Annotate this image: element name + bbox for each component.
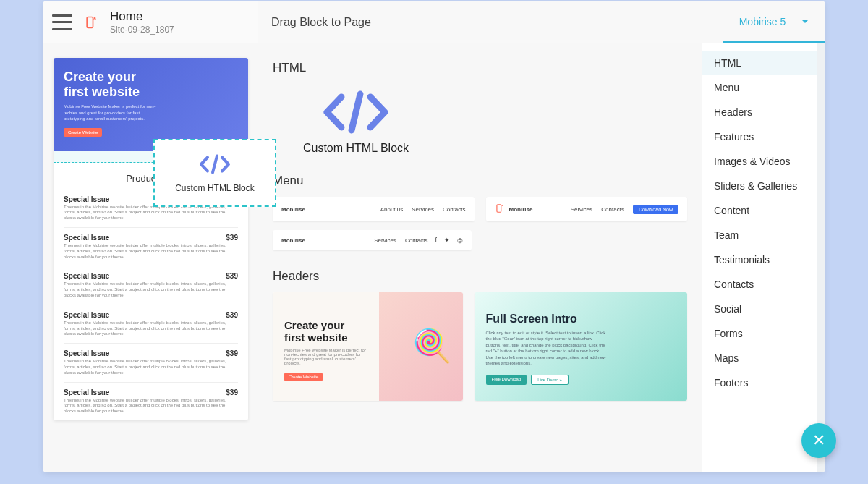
block-label: Custom HTML Block [303,142,409,155]
drag-ghost[interactable]: Custom HTML Block [153,139,276,207]
list-item[interactable]: Special Issue$39Themes in the Mobirise w… [54,266,248,304]
theme-label: Mobirise 5 [739,16,786,27]
instagram-icon: ◎ [457,237,463,244]
category-sliders-galleries[interactable]: Sliders & Galleries [702,174,825,198]
theme-selector[interactable]: Mobirise 5 [723,1,825,43]
preview-pane: Create your first website Mobirise Free … [43,43,258,472]
logo-icon [84,15,98,30]
svg-rect-3 [496,205,501,213]
panel-title: Drag Block to Page [258,1,723,43]
category-team[interactable]: Team [702,223,825,247]
category-menu[interactable]: Menu [702,75,825,100]
category-social[interactable]: Social [702,297,825,321]
close-panel-button[interactable]: ✕ [801,423,836,458]
list-item[interactable]: Special Issue$39Themes in the Mobirise w… [54,344,248,381]
category-forms[interactable]: Forms [702,321,825,346]
menu-block-3[interactable]: Mobirise Services Contacts f ✦ ◎ [273,230,472,250]
svg-rect-0 [87,17,93,27]
category-headers[interactable]: Headers [702,100,825,124]
category-contacts[interactable]: Contacts [702,272,825,297]
category-html[interactable]: HTML [702,51,825,75]
menu-block-2[interactable]: Mobirise Services Contacts Download Now [486,197,688,221]
svg-line-2 [352,94,360,130]
svg-point-4 [501,205,503,206]
site-name: Site-09-28_1807 [110,25,174,35]
list-item[interactable]: Special Issue$39Themes in the Mobirise w… [54,305,248,343]
code-icon [197,153,233,179]
topbar-left: Home Site-09-28_1807 [43,1,258,43]
header-block-1[interactable]: Create your first website Mobirise Free … [273,292,463,401]
category-images-videos[interactable]: Images & Videos [702,149,825,174]
section-headers-title: Headers [273,269,687,284]
hero-desc: Mobirise Free Website Maker is perfect f… [64,103,158,122]
download-button[interactable]: Download Now [633,205,678,214]
scrollbar[interactable] [817,43,825,472]
category-maps[interactable]: Maps [702,346,825,370]
header-block-2[interactable]: Full Screen Intro Click any text to edit… [475,292,688,401]
menu-block-1[interactable]: Mobirise About us Services Contacts [273,197,475,221]
preview-hero[interactable]: Create your first website Mobirise Free … [54,58,248,151]
twitter-icon: ✦ [444,237,450,244]
list-item[interactable]: Special Issue$39Themes in the Mobirise w… [54,383,248,420]
close-icon: ✕ [812,431,825,450]
category-features[interactable]: Features [702,124,825,149]
block-custom-html[interactable]: Custom HTML Block [273,84,439,171]
svg-line-5 [213,156,217,173]
hero-title: Create your first website [64,69,238,99]
chevron-down-icon [801,20,809,23]
category-testimonials[interactable]: Testimonials [702,247,825,272]
category-content[interactable]: Content [702,198,825,223]
menu-icon[interactable] [52,14,72,30]
category-list: HTMLMenuHeadersFeaturesImages & VideosSl… [702,43,825,472]
list-item[interactable]: Special Issue$39Themes in the Mobirise w… [54,228,248,266]
section-menu-title: Menu [273,174,687,188]
topbar: Home Site-09-28_1807 Drag Block to Page … [43,1,825,43]
facebook-icon: f [435,237,438,244]
category-footers[interactable]: Footers [702,370,825,395]
page-title[interactable]: Home [110,9,174,24]
hero-cta[interactable]: Create Website [64,128,102,137]
blocks-area: HTML Custom HTML Block Menu Mobirise Abo… [258,43,702,472]
header-image [379,292,462,401]
section-html-title: HTML [273,61,687,75]
code-icon [320,90,392,137]
logo-icon [495,203,509,215]
app-window: Home Site-09-28_1807 Drag Block to Page … [43,1,825,472]
drag-label: Custom HTML Block [175,183,255,193]
